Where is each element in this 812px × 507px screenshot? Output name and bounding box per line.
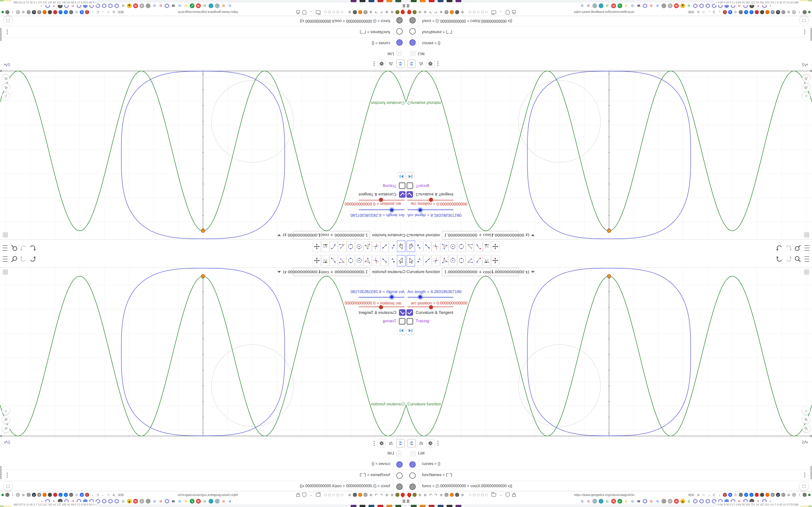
- tab-geogebra[interactable]: [102, 3, 107, 8]
- tab-google[interactable]: G: [605, 3, 610, 8]
- folder-icon[interactable]: [492, 10, 496, 14]
- tab-geogebra[interactable]: [164, 499, 169, 504]
- step-animation-button[interactable]: [406, 173, 414, 181]
- algebra-row-funcnames[interactable]: funcNames = {" "}: [406, 470, 812, 481]
- bookmark-star-icon[interactable]: ☆: [702, 493, 706, 497]
- fx-format-button[interactable]: fx: [417, 439, 425, 447]
- tab-geogebra[interactable]: [705, 499, 710, 504]
- maps-pin-icon[interactable]: [400, 9, 406, 15]
- tool-line[interactable]: [380, 241, 389, 252]
- tab-google[interactable]: G: [221, 3, 226, 8]
- tab-google[interactable]: G: [586, 499, 591, 504]
- visibility-marble-icon[interactable]: [396, 39, 403, 46]
- arc-position-slider-knob[interactable]: [379, 305, 383, 309]
- tab-check[interactable]: ✓: [617, 499, 622, 504]
- app-monitor[interactable]: [438, 505, 444, 507]
- palette-ext-icon[interactable]: /: [85, 493, 89, 497]
- fullscreen-button[interactable]: [800, 16, 808, 25]
- curvature-tangent-checkbox[interactable]: [406, 309, 413, 316]
- tab-sphere[interactable]: [661, 3, 666, 8]
- save-ext-icon[interactable]: ↓: [749, 493, 754, 497]
- gear-icon[interactable]: ·: [353, 10, 357, 14]
- app-media[interactable]: [456, 0, 461, 2]
- tool-circle-center[interactable]: [355, 255, 363, 266]
- gear-icon[interactable]: ·: [353, 493, 357, 497]
- algebra-row-funcnames[interactable]: funcNames = {" "}: [0, 26, 406, 37]
- tab-wikipedia[interactable]: W: [636, 3, 641, 8]
- thumb-ext-icon[interactable]: +: [16, 10, 20, 14]
- add-ext-icon[interactable]: +: [64, 493, 68, 497]
- diamond-ext-icon[interactable]: [765, 10, 769, 14]
- row-options-icon[interactable]: [804, 29, 805, 35]
- tool-polygon[interactable]: [440, 241, 449, 252]
- tool-line[interactable]: [380, 255, 389, 266]
- visibility-marble-icon[interactable]: [409, 39, 416, 46]
- undo-ext-icon[interactable]: ↶: [379, 493, 384, 497]
- tab-google[interactable]: G: [184, 3, 188, 8]
- app-settings[interactable]: [377, 505, 383, 507]
- tool-angle[interactable]: [466, 255, 474, 266]
- fx-format-button[interactable]: fx: [417, 60, 425, 68]
- tool-polygon[interactable]: [440, 255, 449, 266]
- tab-geogebra[interactable]: [102, 499, 107, 504]
- tab-info[interactable]: i: [668, 3, 672, 8]
- tools-ext-icon[interactable]: /: [11, 493, 15, 497]
- step-animation-button[interactable]: [398, 326, 406, 334]
- tool-point[interactable]: A: [389, 255, 397, 266]
- firefox-icon[interactable]: [358, 10, 362, 14]
- tab-info[interactable]: i: [140, 499, 144, 504]
- arc-length-slider-knob[interactable]: [389, 207, 395, 213]
- algebra-row-curves[interactable]: curves = {}: [0, 459, 406, 470]
- tab-sphere[interactable]: [146, 499, 151, 504]
- trash-ext-icon[interactable]: [760, 10, 764, 14]
- curvature-function-dropdown[interactable]: 1.000000000000 + cos(4.000000000000 x): [442, 231, 519, 239]
- tree-view-button[interactable]: [396, 439, 405, 447]
- scrollbar-thumb[interactable]: [0, 466, 2, 479]
- bookmark-star-icon[interactable]: ☆: [106, 493, 110, 497]
- globe-icon[interactable]: ⊕: [439, 10, 443, 14]
- view-settings-button[interactable]: [2, 269, 8, 275]
- shield-icon[interactable]: [506, 10, 510, 14]
- algebra-row-curves[interactable]: curves = {}: [406, 459, 812, 470]
- arc-position-slider-knob[interactable]: [379, 198, 383, 202]
- tool-reflect[interactable]: [329, 241, 338, 252]
- tool-perpendicular-line[interactable]: [432, 241, 440, 252]
- row-options-icon[interactable]: [7, 29, 8, 35]
- home-view-button[interactable]: ⌂: [802, 93, 810, 100]
- tab-google[interactable]: G: [177, 3, 182, 8]
- globe-icon[interactable]: ⊕: [390, 493, 394, 497]
- tree-view-button[interactable]: [407, 439, 416, 447]
- zoom-level-badge[interactable]: 81%: [117, 11, 124, 14]
- tool-circle-two-points[interactable]: [347, 255, 355, 266]
- algebra-settings-button[interactable]: [426, 439, 435, 447]
- olive-app-icon[interactable]: [412, 10, 417, 14]
- settings-ext-icon[interactable]: ·: [69, 10, 73, 14]
- visibility-marble-icon[interactable]: [409, 461, 416, 468]
- app-save[interactable]: [447, 505, 452, 507]
- reader-mode-icon[interactable]: A: [696, 10, 700, 14]
- thumb-ext-icon[interactable]: +: [792, 10, 796, 14]
- tab-geogebra[interactable]: [108, 499, 113, 504]
- globe-icon[interactable]: ⊕: [460, 493, 464, 497]
- tab-google[interactable]: G: [630, 3, 635, 8]
- url-text[interactable]: https://www.geogebra.org/classic/aagcxh3…: [177, 10, 238, 14]
- tool-circle-center[interactable]: [355, 241, 363, 252]
- app-monitor[interactable]: [368, 0, 374, 2]
- visibility-marble-icon[interactable]: [409, 472, 416, 479]
- algebra-row-funcs[interactable]: funcs = {1.000000000000 + cos(4.00000000…: [406, 481, 812, 491]
- uo-ext-icon[interactable]: U: [32, 493, 36, 497]
- undo-ext-icon[interactable]: ↶: [428, 493, 433, 497]
- zoom-search-button[interactable]: [794, 256, 801, 263]
- tool-circle-two-points[interactable]: [457, 255, 465, 266]
- tab-google[interactable]: G: [120, 3, 125, 8]
- globe-icon[interactable]: ⊕: [390, 10, 394, 14]
- tab-geogebra[interactable]: [699, 3, 704, 8]
- tool-perpendicular-line[interactable]: [372, 241, 380, 252]
- algebra-settings-button[interactable]: [426, 60, 435, 68]
- gear2-ext-icon[interactable]: ·: [803, 493, 807, 497]
- tab-info[interactable]: i: [140, 3, 144, 8]
- visibility-marble-icon[interactable]: [396, 28, 403, 35]
- zoom-level-badge[interactable]: 81%: [117, 493, 124, 497]
- algebra-settings-button[interactable]: [377, 60, 386, 68]
- redo-button[interactable]: [20, 244, 27, 251]
